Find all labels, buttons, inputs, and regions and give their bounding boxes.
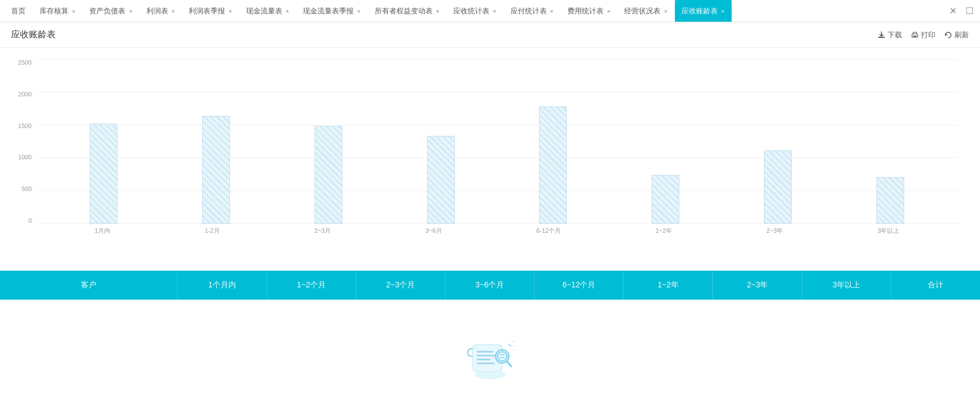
tab-label: 应收账龄表 — [682, 6, 718, 16]
table-header-cell: 1个月内 — [178, 271, 267, 300]
tab-label: 现金流量表 — [246, 6, 282, 16]
tab-operation[interactable]: 经营状况表× — [618, 0, 674, 22]
x-axis-label: 1-2月 — [205, 227, 220, 235]
svg-rect-8 — [477, 359, 491, 360]
tab-cashflow[interactable]: 现金流量表× — [239, 0, 296, 22]
refresh-button[interactable]: 刷新 — [944, 30, 969, 40]
table-header-cell: 合计 — [891, 271, 980, 300]
tab-close-icon[interactable]: × — [72, 8, 75, 14]
tab-label: 费用统计表 — [567, 6, 604, 16]
chart-bar — [539, 106, 567, 224]
download-icon — [878, 31, 885, 39]
x-axis-label: 3~6月 — [425, 227, 442, 235]
table-header-cell: 3~6个月 — [445, 271, 535, 300]
chart-container: 25002000150010005000 1月内1-2月2~3月3~6月6-12… — [11, 59, 958, 237]
svg-rect-9 — [477, 363, 494, 364]
tab-inventory[interactable]: 库存核算× — [33, 0, 82, 22]
page-title: 应收账龄表 — [11, 29, 56, 41]
tab-profit[interactable]: 利润表× — [140, 0, 182, 22]
tab-payable_stat[interactable]: 应付统计表× — [504, 0, 561, 22]
tab-label: 经营状况表 — [624, 6, 660, 16]
svg-rect-7 — [477, 355, 498, 356]
tab-profit_quarterly[interactable]: 利润表季报× — [182, 0, 239, 22]
y-axis-label: 2000 — [18, 91, 32, 97]
table-header-cell: 客户 — [0, 271, 178, 300]
chart-bar — [876, 177, 904, 224]
table-header-cell: 3年以上 — [802, 271, 891, 300]
x-axis-label: 1月内 — [95, 227, 110, 235]
svg-line-18 — [511, 345, 517, 347]
tab-close-icon[interactable]: × — [607, 8, 610, 14]
svg-point-16 — [513, 341, 514, 343]
x-axis-label: 2~3年 — [767, 227, 783, 235]
print-button[interactable]: 打印 — [911, 30, 935, 40]
tab-label: 首页 — [11, 6, 26, 16]
chart-inner: 1月内1-2月2~3月3~6月6-12个月1~2年2~3年3年以上 — [36, 59, 958, 237]
tab-bar-actions: ✕ ☐ — [947, 3, 976, 18]
chart-bar — [651, 175, 679, 224]
table-header-cell: 1~2年 — [624, 271, 713, 300]
tab-ar_aging[interactable]: 应收账龄表× — [675, 0, 732, 22]
chart-area: 25002000150010005000 1月内1-2月2~3月3~6月6-12… — [0, 48, 980, 271]
chart-bar — [427, 136, 455, 224]
x-axis-label: 3年以上 — [878, 227, 899, 235]
tab-label: 利润表季报 — [189, 6, 225, 16]
tab-balance[interactable]: 资产负债表× — [82, 0, 139, 22]
tab-label: 资产负债表 — [89, 6, 125, 16]
bar-group — [539, 106, 567, 224]
svg-rect-6 — [477, 351, 493, 353]
tab-receivable_stat[interactable]: 应收统计表× — [447, 0, 503, 22]
tab-label: 应收统计表 — [453, 6, 489, 16]
maximize-icon[interactable]: ☐ — [963, 3, 976, 18]
tab-close-icon[interactable]: × — [550, 8, 553, 14]
page-header: 应收账龄表 下载 打印 刷新 — [0, 22, 980, 48]
x-axis-label: 2~3月 — [314, 227, 331, 235]
x-axis-labels: 1月内1-2月2~3月3~6月6-12个月1~2年2~3年3年以上 — [36, 224, 958, 237]
tab-label: 现金流量表季报 — [303, 6, 354, 16]
tab-close-icon[interactable]: × — [721, 8, 724, 14]
y-axis-label: 2500 — [18, 59, 32, 66]
tab-expense_stat[interactable]: 费用统计表× — [561, 0, 618, 22]
y-axis: 25002000150010005000 — [11, 59, 36, 237]
tab-label: 库存核算 — [40, 6, 68, 16]
tab-close-icon[interactable]: × — [436, 8, 439, 14]
tab-home[interactable]: 首页 — [4, 0, 33, 22]
svg-rect-13 — [500, 354, 504, 355]
tab-label: 利润表 — [146, 6, 168, 16]
tab-close-icon[interactable]: × — [664, 8, 667, 14]
tab-close-icon[interactable]: × — [171, 8, 175, 14]
table-header-cell: 1~2个月 — [267, 271, 356, 300]
tab-label: 应付统计表 — [511, 6, 547, 16]
tab-cashflow_quarterly[interactable]: 现金流量表季报× — [296, 0, 367, 22]
svg-point-17 — [506, 340, 507, 341]
tab-close-icon[interactable]: × — [493, 8, 496, 14]
bar-group — [876, 177, 904, 224]
header-actions: 下载 打印 刷新 — [878, 30, 969, 40]
bar-group — [202, 116, 230, 224]
table-header-cell: 2~3个月 — [356, 271, 445, 300]
svg-line-12 — [507, 361, 511, 366]
bar-group — [651, 175, 679, 224]
x-axis-label: 1~2年 — [655, 227, 672, 235]
minimize-icon[interactable]: ✕ — [947, 3, 959, 18]
svg-rect-0 — [878, 37, 885, 38]
y-axis-label: 1500 — [18, 123, 32, 129]
chart-bar — [315, 126, 342, 224]
y-axis-label: 0 — [28, 217, 32, 224]
table-header-cell: 6~12个月 — [535, 271, 624, 300]
download-button[interactable]: 下载 — [878, 30, 902, 40]
bars-area — [36, 59, 958, 224]
tab-close-icon[interactable]: × — [286, 8, 289, 14]
tab-close-icon[interactable]: × — [357, 8, 360, 14]
tab-close-icon[interactable]: × — [228, 8, 232, 14]
bar-group — [427, 136, 455, 224]
svg-rect-14 — [500, 357, 504, 358]
y-axis-label: 500 — [22, 185, 32, 192]
tab-equity[interactable]: 所有者权益变动表× — [368, 0, 447, 22]
x-axis-label: 6-12个月 — [536, 227, 561, 235]
chart-bar — [202, 116, 230, 224]
refresh-icon — [944, 31, 952, 39]
tab-close-icon[interactable]: × — [129, 8, 132, 14]
main-content: 25002000150010005000 1月内1-2月2~3月3~6月6-12… — [0, 48, 980, 401]
empty-state — [0, 300, 980, 401]
